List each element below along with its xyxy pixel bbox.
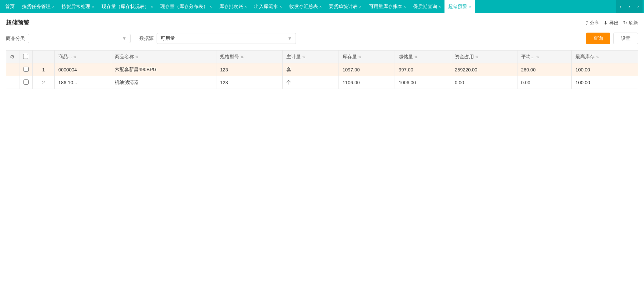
row-gear	[6, 76, 19, 89]
category-filter: 商品分类 ▼	[6, 34, 131, 43]
sort-icon: ⇅	[536, 55, 539, 59]
row-capital: 0.00	[451, 76, 517, 89]
row-gear	[6, 63, 19, 76]
nav-tab-active[interactable]: 超储预警 ×	[444, 0, 475, 13]
close-icon[interactable]: ×	[209, 4, 212, 9]
sort-icon: ⇅	[241, 55, 244, 59]
sort-icon: ⇅	[475, 55, 478, 59]
row-overstock: 1006.00	[395, 76, 451, 89]
page-header: 超储预警 ⤴ 分享 ⬇ 导出 ↻ 刷新	[6, 19, 638, 27]
nav-tab-7[interactable]: 收发存汇总表 ×	[286, 0, 325, 13]
th-max-stock[interactable]: 最高库存⇅	[572, 51, 638, 63]
row-avg: 260.00	[517, 63, 571, 76]
close-icon[interactable]: ×	[151, 4, 153, 9]
top-nav: 首页 拣货任务管理 × 拣货异常处理 × 现存量（库存状况表） × 现存量（库存…	[0, 0, 644, 13]
close-icon[interactable]: ×	[319, 4, 322, 9]
th-stock[interactable]: 库存量⇅	[339, 51, 395, 63]
share-button[interactable]: ⤴ 分享	[586, 20, 599, 26]
sort-icon: ⇅	[596, 55, 599, 59]
th-avg[interactable]: 平均...⇅	[517, 51, 571, 63]
nav-arrows: ‹ › ›	[616, 0, 643, 13]
nav-tab-9[interactable]: 可用量库存账本 ×	[365, 0, 410, 13]
nav-more-button[interactable]: ›	[634, 0, 643, 13]
share-icon: ⤴	[586, 20, 588, 26]
close-icon[interactable]: ×	[245, 4, 247, 9]
nav-next-button[interactable]: ›	[625, 0, 634, 13]
th-product-name[interactable]: 商品名称⇅	[111, 51, 216, 63]
th-checkbox	[19, 51, 33, 63]
row-spec: 123	[216, 63, 283, 76]
table-row: 2 186-10... 机油滤清器 123 个 1106.00 1006.00 …	[6, 76, 638, 89]
th-num	[33, 51, 55, 63]
row-max-stock: 100.00	[572, 63, 638, 76]
th-overstock[interactable]: 超储量⇅	[395, 51, 451, 63]
export-button[interactable]: ⬇ 导出	[604, 20, 619, 26]
close-icon[interactable]: ×	[469, 4, 471, 9]
sort-icon: ⇅	[73, 55, 76, 59]
refresh-icon: ↻	[623, 20, 627, 26]
data-table: ⚙ 商品...⇅ 商品名称⇅ 规格型号⇅ 主计量⇅	[6, 50, 638, 89]
th-capital[interactable]: 资金占用⇅	[451, 51, 517, 63]
row-product-name: 六配套新昌490BPG	[111, 63, 216, 76]
nav-tab-2[interactable]: 拣货异常处理 ×	[58, 0, 98, 13]
nav-prev-button[interactable]: ‹	[616, 0, 625, 13]
category-label: 商品分类	[6, 35, 25, 42]
datasource-select-value: 可用量	[161, 35, 175, 42]
close-icon[interactable]: ×	[359, 4, 361, 9]
nav-tab-5[interactable]: 库存批次账 ×	[216, 0, 250, 13]
row-capital: 259220.00	[451, 63, 517, 76]
table-header-row: ⚙ 商品...⇅ 商品名称⇅ 规格型号⇅ 主计量⇅	[6, 51, 638, 63]
row-max-stock: 100.00	[572, 76, 638, 89]
chevron-down-icon: ▼	[122, 36, 127, 41]
row-avg: 0.00	[517, 76, 571, 89]
close-icon[interactable]: ×	[439, 4, 441, 9]
row-unit: 套	[282, 63, 339, 76]
row-select-checkbox[interactable]	[23, 79, 29, 85]
close-icon[interactable]: ×	[52, 4, 54, 9]
category-select[interactable]: ▼	[28, 34, 131, 43]
row-num: 2	[33, 76, 55, 89]
nav-tab-1[interactable]: 拣货任务管理 ×	[18, 0, 58, 13]
page-content: 超储预警 ⤴ 分享 ⬇ 导出 ↻ 刷新 商品分类 ▼ 数据源	[0, 13, 644, 293]
close-icon[interactable]: ×	[92, 4, 94, 9]
refresh-button[interactable]: ↻ 刷新	[623, 20, 638, 26]
nav-tab-6[interactable]: 出入库流水 ×	[250, 0, 285, 13]
th-gear: ⚙	[6, 51, 19, 63]
datasource-label: 数据源	[139, 35, 154, 42]
row-overstock: 997.00	[395, 63, 451, 76]
select-all-checkbox[interactable]	[23, 54, 28, 59]
nav-tab-3[interactable]: 现存量（库存状况表） ×	[98, 0, 157, 13]
row-stock: 1097.00	[339, 63, 395, 76]
chevron-down-icon: ▼	[288, 36, 292, 41]
table-row: 1 0000004 六配套新昌490BPG 123 套 1097.00 997.…	[6, 63, 638, 76]
row-num: 1	[33, 63, 55, 76]
row-checkbox	[19, 63, 33, 76]
datasource-filter: 数据源 可用量 ▼	[139, 33, 296, 44]
row-spec: 123	[216, 76, 283, 89]
nav-tab-8[interactable]: 要货单统计表 ×	[325, 0, 365, 13]
th-product-code[interactable]: 商品...⇅	[55, 51, 111, 63]
header-actions: ⤴ 分享 ⬇ 导出 ↻ 刷新	[586, 20, 638, 26]
set-button[interactable]: 设置	[613, 33, 638, 44]
sort-icon: ⇅	[358, 55, 361, 59]
row-product-code: 186-10...	[55, 76, 111, 89]
row-product-code: 0000004	[55, 63, 111, 76]
sort-icon: ⇅	[135, 55, 138, 59]
row-select-checkbox[interactable]	[23, 67, 29, 72]
query-button[interactable]: 查询	[586, 33, 610, 44]
row-unit: 个	[282, 76, 339, 89]
close-icon[interactable]: ×	[404, 4, 406, 9]
nav-tab-home[interactable]: 首页	[1, 0, 18, 13]
datasource-select[interactable]: 可用量 ▼	[157, 33, 296, 44]
nav-tab-4[interactable]: 现存量（库存分布表） ×	[157, 0, 215, 13]
th-unit[interactable]: 主计量⇅	[282, 51, 339, 63]
filter-actions: 查询 设置	[586, 33, 638, 44]
nav-tab-10[interactable]: 保质期查询 ×	[410, 0, 444, 13]
close-icon[interactable]: ×	[279, 4, 282, 9]
th-spec[interactable]: 规格型号⇅	[216, 51, 283, 63]
sort-icon: ⇅	[302, 55, 305, 59]
gear-icon[interactable]: ⚙	[10, 54, 15, 60]
row-stock: 1106.00	[339, 76, 395, 89]
sort-icon: ⇅	[414, 55, 417, 59]
row-product-name: 机油滤清器	[111, 76, 216, 89]
